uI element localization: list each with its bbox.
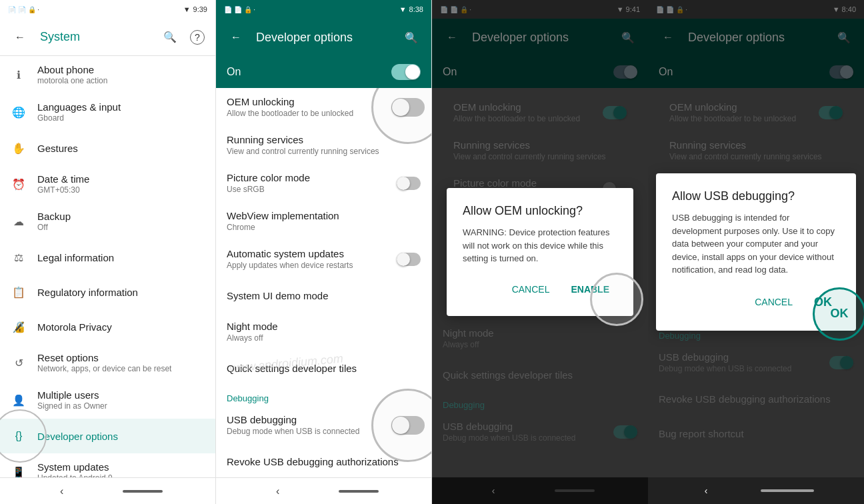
sidebar-item-languages[interactable]: 🌐 Languages & input Gboard	[0, 93, 215, 131]
auto-updates-title: Automatic system updates	[227, 248, 397, 259]
dev-item-usb-debugging[interactable]: USB debugging Debug mode when USB is con…	[216, 406, 431, 444]
auto-updates-toggle[interactable]	[397, 253, 421, 266]
dev-item-oem-unlocking[interactable]: OEM unlocking Allow the bootloader to be…	[216, 88, 431, 126]
usb-text: USB debugging Debug mode when USB is con…	[227, 414, 397, 436]
oem-cancel-button[interactable]: Cancel	[504, 279, 558, 300]
system-updates-icon: 📱	[11, 464, 27, 477]
nav-back-r2[interactable]: ‹	[698, 483, 714, 499]
dev-item-quick-settings[interactable]: Quick settings developer tiles	[216, 351, 431, 385]
oem-enable-button[interactable]: Enable	[563, 279, 617, 300]
sidebar-item-reset[interactable]: ↺ Reset options Network, apps, or device…	[0, 344, 215, 381]
developer-options-panel: 📄 📄 🔒 · ▼ 8:38 ← Developer options 🔍 On …	[216, 0, 432, 504]
time-middle: 8:38	[409, 5, 423, 13]
privacy-icon: 🔏	[11, 319, 27, 335]
oem-subtitle: Allow the bootloader to be unlocked	[227, 109, 397, 118]
about-icon: ℹ	[11, 67, 27, 83]
appbar-middle: ← Developer options 🔍	[216, 19, 431, 56]
back-icon-middle: ←	[231, 31, 241, 43]
oem-dialog-title: Allow OEM unlocking?	[463, 204, 617, 218]
dev-item-revoke-usb[interactable]: Revoke USB debugging authorizations	[216, 444, 431, 477]
reset-icon: ↺	[11, 355, 27, 371]
status-bar-left: 📄 📄 🔒 · ▼ 9:39	[0, 0, 215, 19]
backup-text: Backup Off	[37, 211, 205, 232]
picture-toggle[interactable]	[397, 177, 421, 190]
dev-item-picture-color[interactable]: Picture color mode Use sRGB	[216, 164, 431, 202]
running-title: Running services	[227, 134, 421, 145]
languages-icon: 🌐	[11, 104, 27, 120]
oem-text: OEM unlocking Allow the bootloader to be…	[227, 96, 397, 118]
dev-item-running-services[interactable]: Running services View and control curren…	[216, 126, 431, 164]
bottom-nav-r2: ‹	[648, 477, 864, 504]
backup-subtitle: Off	[37, 223, 205, 232]
about-text: About phone motorola one action	[37, 64, 205, 85]
help-button-left[interactable]: ?	[190, 30, 205, 45]
sidebar-item-datetime[interactable]: ⏰ Date & time GMT+05:30	[0, 165, 215, 203]
sidebar-item-gestures[interactable]: ✋ Gestures	[0, 131, 215, 165]
appbar-left: ← System 🔍 ?	[0, 19, 215, 56]
developer-text: Developer options	[37, 431, 205, 442]
developer-icon: {}	[11, 428, 27, 444]
running-text: Running services View and control curren…	[227, 134, 421, 156]
status-middle-right: ▼ 8:38	[399, 5, 423, 13]
sidebar-item-legal[interactable]: ⚖ Legal information	[0, 240, 215, 275]
datetime-subtitle: GMT+05:30	[37, 185, 205, 195]
oem-toggle[interactable]	[397, 101, 421, 114]
auto-updates-text: Automatic system updates Apply updates w…	[227, 248, 397, 270]
on-toggle-thumb-middle	[405, 65, 420, 79]
sidebar-item-motorola-privacy[interactable]: 🔏 Motorola Privacy	[0, 309, 215, 344]
gestures-icon: ✋	[11, 140, 27, 156]
privacy-title: Motorola Privacy	[37, 321, 205, 333]
reset-subtitle: Network, apps, or device can be reset	[37, 364, 205, 373]
backup-title: Backup	[37, 211, 205, 222]
search-button-middle[interactable]: 🔍	[402, 28, 421, 47]
usb-toggle-thumb	[397, 419, 410, 432]
status-left-icons: 📄 📄 🔒 ·	[8, 6, 39, 13]
system-ui-title: System UI demo mode	[227, 290, 421, 301]
usb-title: USB debugging	[227, 414, 397, 425]
picture-toggle-thumb	[397, 177, 410, 190]
time-left: 9:39	[193, 5, 207, 13]
on-row-middle[interactable]: On	[216, 56, 431, 88]
on-toggle-middle[interactable]	[391, 64, 421, 80]
sidebar-item-system-updates[interactable]: 📱 System updates Updated to Android 9	[0, 453, 215, 477]
back-button-middle[interactable]: ←	[227, 28, 245, 47]
legal-text: Legal information	[37, 252, 205, 263]
usb-cancel-button[interactable]: Cancel	[747, 290, 801, 315]
wifi-icon-middle: ▼	[399, 5, 407, 13]
running-subtitle: View and control currently running servi…	[227, 147, 421, 156]
webview-title: WebView implementation	[227, 210, 421, 221]
nav-indicator-middle	[339, 490, 379, 493]
languages-subtitle: Gboard	[37, 113, 205, 123]
users-text: Multiple users Signed in as Owner	[37, 389, 205, 411]
oem-toggle-thumb	[397, 101, 410, 114]
nav-back-middle[interactable]: ‹	[269, 482, 287, 501]
sidebar-item-multiple-users[interactable]: 👤 Multiple users Signed in as Owner	[0, 381, 215, 419]
dev-item-auto-updates[interactable]: Automatic system updates Apply updates w…	[216, 240, 431, 278]
revoke-text: Revoke USB debugging authorizations	[227, 456, 421, 467]
status-middle-left: 📄 📄 🔒 ·	[224, 6, 255, 13]
usb-toggle[interactable]	[397, 419, 421, 432]
users-subtitle: Signed in as Owner	[37, 401, 205, 411]
sidebar-item-about-phone[interactable]: ℹ About phone motorola one action	[0, 56, 215, 93]
users-icon: 👤	[11, 392, 27, 408]
on-label-middle: On	[227, 66, 241, 78]
usb-ok-button[interactable]: OK	[806, 290, 840, 315]
auto-updates-subtitle: Apply updates when device restarts	[227, 261, 397, 270]
sidebar-item-regulatory[interactable]: 📋 Regulatory information	[0, 275, 215, 309]
sidebar-item-backup[interactable]: ☁ Backup Off	[0, 203, 215, 240]
regulatory-text: Regulatory information	[37, 287, 205, 298]
dev-item-night-mode[interactable]: Night mode Always off	[216, 313, 431, 351]
night-mode-title: Night mode	[227, 321, 421, 332]
nav-back-left[interactable]: ‹	[53, 482, 71, 501]
back-button-left[interactable]: ←	[11, 28, 29, 47]
night-mode-text: Night mode Always off	[227, 321, 421, 343]
backup-icon: ☁	[11, 213, 27, 229]
dev-item-system-ui[interactable]: System UI demo mode	[216, 278, 431, 313]
dev-item-webview[interactable]: WebView implementation Chrome	[216, 202, 431, 240]
datetime-icon: ⏰	[11, 176, 27, 192]
nav-indicator-left	[123, 490, 163, 493]
nav-indicator-r2	[761, 489, 814, 492]
sidebar-item-developer-options[interactable]: {} Developer options	[0, 419, 215, 453]
system-ui-text: System UI demo mode	[227, 290, 421, 301]
search-button-left[interactable]: 🔍	[161, 28, 179, 47]
